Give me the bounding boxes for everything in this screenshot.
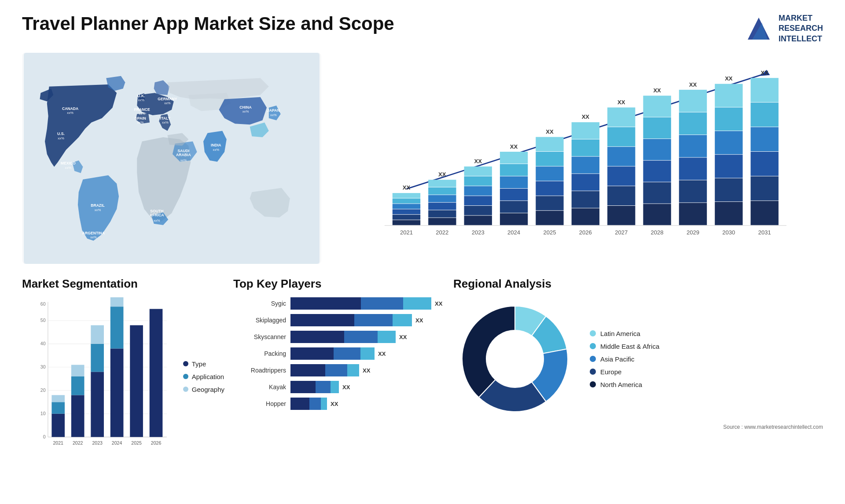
svg-rect-107 [679,113,707,135]
svg-rect-122 [751,127,779,151]
players-title: Top Key Players [233,277,445,291]
page-header: Travel Planner App Market Size and Scope… [22,13,823,44]
player-bar [290,331,396,343]
regional-legend-label: Latin America [600,330,640,337]
svg-text:ARABIA: ARABIA [176,153,191,157]
player-bar-segment [334,347,360,360]
svg-text:30: 30 [40,364,46,369]
regional-legend-dot [590,343,596,349]
regional-legend-item: Europe [590,368,659,376]
svg-rect-112 [715,179,742,202]
svg-rect-66 [500,176,528,188]
svg-text:JAPAN: JAPAN [267,109,280,113]
svg-rect-113 [715,155,742,178]
type-dot [183,361,188,366]
svg-text:XX: XX [725,75,733,82]
svg-rect-90 [607,147,635,166]
svg-text:XX: XX [653,87,661,94]
player-bar-container: XX [290,364,445,376]
player-bar-segment [347,364,359,376]
application-dot [183,374,188,379]
regional-legend-label: Europe [600,368,621,376]
svg-rect-98 [643,139,671,160]
player-bar [290,398,327,410]
player-bar-segment [344,331,378,343]
svg-rect-82 [572,157,599,173]
svg-rect-111 [715,202,742,225]
svg-rect-147 [71,365,84,376]
svg-rect-108 [679,90,707,112]
svg-rect-159 [150,309,163,437]
svg-text:40: 40 [40,341,46,346]
svg-rect-67 [500,164,528,176]
svg-rect-44 [393,193,420,198]
svg-rect-124 [751,78,779,102]
svg-text:10: 10 [40,411,46,416]
player-row: PackingXX [233,347,445,360]
player-bar-container: XX [290,398,445,410]
svg-text:2021: 2021 [53,440,63,446]
player-bar-segment [325,364,347,376]
player-row: SkiplaggedXX [233,314,445,326]
player-name: Skyscanner [233,333,286,340]
svg-text:xx%: xx% [180,158,187,162]
svg-rect-106 [679,135,707,157]
player-bar-segment [290,297,361,310]
svg-rect-92 [607,108,635,127]
svg-rect-41 [393,209,420,214]
player-name: Kayak [233,383,286,391]
svg-rect-96 [643,182,671,203]
svg-rect-50 [428,195,456,202]
svg-text:XX: XX [617,99,625,106]
player-bar-segment [290,398,309,410]
svg-rect-59 [464,176,492,186]
svg-rect-116 [715,84,742,107]
svg-text:MEXICO: MEXICO [61,161,76,166]
player-bar [290,381,339,393]
svg-text:2027: 2027 [615,229,628,236]
svg-rect-149 [91,372,104,437]
regional-title: Regional Analysis [453,277,823,291]
logo: MARKETRESEARCHINTELLECT [743,13,823,44]
world-map-section: CANADA xx% U.S. xx% MEXICO xx% BRAZIL xx… [22,53,321,264]
player-value: XX [378,351,386,357]
player-bar-segment [290,364,325,376]
svg-text:FRANCE: FRANCE [134,107,150,112]
player-value: XX [342,384,350,391]
svg-text:2026: 2026 [579,229,592,236]
svg-rect-88 [607,186,635,205]
svg-text:XX: XX [582,114,590,121]
svg-rect-121 [751,152,779,176]
player-name: Hopper [233,400,286,407]
svg-text:xx%: xx% [139,112,146,116]
svg-text:2024: 2024 [112,440,122,446]
world-map-svg: CANADA xx% U.S. xx% MEXICO xx% BRAZIL xx… [22,53,321,264]
regional-section: Regional Analysis Latin AmericaMiddle Ea… [453,277,823,466]
svg-text:XX: XX [546,128,554,135]
svg-rect-72 [536,196,563,211]
player-bar [290,364,359,376]
player-bar [290,297,431,310]
regional-legend: Latin AmericaMiddle East & AfricaAsia Pa… [590,330,659,388]
svg-text:xx%: xx% [154,219,160,223]
players-section: Top Key Players SygicXXSkiplaggedXXSkysc… [233,277,445,466]
svg-text:SPAIN: SPAIN [135,116,146,121]
player-bar-segment [354,314,393,326]
svg-text:2022: 2022 [73,440,83,446]
player-row: KayakXX [233,381,445,393]
player-bar-segment [331,381,339,393]
regional-legend-dot [590,369,596,375]
svg-text:xx%: xx% [58,136,64,140]
player-row: SkyscannerXX [233,331,445,343]
svg-rect-42 [393,204,420,209]
svg-text:2025: 2025 [543,229,556,236]
segmentation-content: 0 10 20 30 40 50 60 [22,297,224,456]
svg-text:ITALY: ITALY [160,116,171,121]
player-name: Packing [233,350,286,357]
svg-text:U.K.: U.K. [137,94,145,98]
svg-text:xx%: xx% [162,121,169,124]
bar-chart-svg: XX2021XX2022XX2023XX2024XX2025XX2026XX20… [361,62,814,242]
segmentation-title: Market Segmentation [22,277,224,291]
svg-rect-150 [91,344,104,372]
svg-rect-99 [643,117,671,139]
